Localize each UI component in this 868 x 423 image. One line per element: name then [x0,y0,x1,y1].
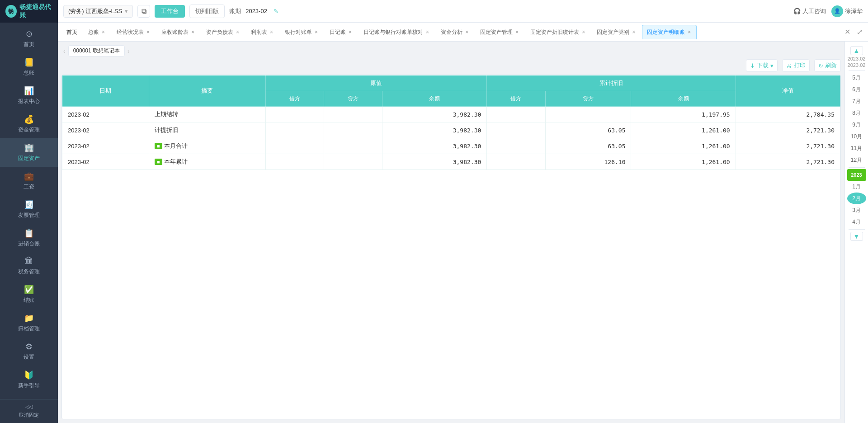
tab-business-status[interactable]: 经营状况表 × [112,25,156,39]
sidebar-item-archive[interactable]: 📁 归档管理 [0,309,58,337]
close-tabs-button[interactable]: ✕ [843,27,852,37]
oldver-button[interactable]: 切到旧版 [189,5,225,18]
period-month-9[interactable]: 9月 [847,119,866,131]
sidebar-item-fund-management[interactable]: 💰 资金管理 [0,110,58,138]
workbench-button[interactable]: 工作台 [155,5,185,18]
period-month-2-active[interactable]: 2月 [847,193,866,204]
sidebar-item-settlement[interactable]: ✅ 结账 [0,280,58,309]
tab-close-icon[interactable]: × [514,28,519,36]
tab-bank-reconcile[interactable]: 日记账与银行对账单核对 × [359,25,435,39]
period-up-button[interactable]: ▲ [850,46,863,55]
summary-cell: ■本年累计 [149,154,265,170]
period-year-marker: 2023 [847,169,866,181]
settlement-icon: ✅ [24,285,34,295]
tab-close-icon[interactable]: × [631,28,636,36]
period-month-8[interactable]: 8月 [847,107,866,119]
sidebar-item-membership[interactable]: V 畅会员 [0,394,58,399]
tab-close-icon[interactable]: × [348,28,353,36]
period-month-10[interactable]: 10月 [847,131,866,142]
tab-label: 银行对账单 [285,28,312,36]
period-month-5[interactable]: 5月 [847,72,866,84]
net-value-cell: 2,721.30 [736,154,840,170]
period-month-12[interactable]: 12月 [847,154,866,166]
topbar-right: 🎧 人工咨询 👤 徐泽华 [793,5,863,17]
tab-asset-detail[interactable]: 固定资产明细账 × [642,25,697,39]
sidebar-item-home[interactable]: ⊙ 首页 [0,24,58,53]
dep-credit-cell: 63.05 [545,138,631,154]
tab-bank-voucher[interactable]: 银行对账单 × [280,25,324,39]
tab-close-icon[interactable]: × [464,28,469,36]
dropdown-icon: ▾ [770,62,774,69]
settings-icon: ⚙ [25,342,33,352]
tab-journal[interactable]: 日记账 × [325,25,358,39]
tab-depreciation-stats[interactable]: 固定资产折旧统计表 × [525,25,591,39]
sidebar-item-settings[interactable]: ⚙ 设置 [0,337,58,366]
orig-credit-cell [324,138,382,154]
net-value-cell: 2,784.35 [736,107,840,122]
tab-label: 固定资产明细账 [647,28,685,36]
period-month-7[interactable]: 7月 [847,95,866,107]
period-down-button[interactable]: ▼ [850,232,863,241]
dep-balance-cell: 1,261.00 [631,154,736,170]
tab-profit[interactable]: 利润表 × [246,25,279,39]
sidebar-item-label: 固定资产 [18,155,40,162]
sidebar-item-guide[interactable]: 🔰 新手引导 [0,366,58,394]
tab-asset-category[interactable]: 固定资产类别 × [592,25,641,39]
breadcrumb-forward[interactable]: › [127,47,130,55]
page-content: ‹ 000001 联想笔记本 › ⬇ 下载 ▾ 🖨 打印 [58,42,844,423]
sidebar-item-invoice[interactable]: 🧾 发票管理 [0,195,58,224]
sidebar-item-payroll[interactable]: 💼 工资 [0,167,58,195]
period-value: 2023-02 [245,8,267,14]
tab-close-icon[interactable]: × [581,28,586,36]
app-name: 畅捷通易代账 [19,3,53,19]
sidebar-item-fixed-assets[interactable]: 🏢 固定资产 [0,138,58,167]
sidebar-item-tax[interactable]: 🏛 税务管理 [0,252,58,280]
download-label: 下载 [757,61,769,70]
archive-icon: 📁 [24,313,34,323]
human-service-btn[interactable]: 🎧 人工咨询 [793,7,826,15]
unpin-sidebar[interactable]: ◁◁ 取消固定 [0,399,58,423]
print-button[interactable]: 🖨 打印 [782,59,810,72]
tab-balance-sheet[interactable]: 资产负债表 × [201,25,245,39]
human-service-label: 人工咨询 [802,7,826,15]
tab-close-icon[interactable]: × [146,28,151,36]
tab-close-icon[interactable]: × [269,28,274,36]
tab-receivables[interactable]: 应收账龄表 × [156,25,200,39]
tab-close-icon[interactable]: × [190,28,195,36]
sidebar-item-sales-ledger[interactable]: 📋 进销台账 [0,224,58,252]
tab-close-icon[interactable]: × [314,28,319,36]
sidebar-item-report-center[interactable]: 📊 报表中心 [0,81,58,110]
sidebar-item-label: 发票管理 [18,212,40,219]
period-month-1[interactable]: 1月 [847,181,866,193]
refresh-button[interactable]: ↻ 刷新 [814,59,841,72]
user-profile[interactable]: 👤 徐泽华 [831,5,863,17]
period-month-11[interactable]: 11月 [847,142,866,154]
tab-close-icon[interactable]: × [425,28,430,36]
net-value-cell: 2,721.30 [736,122,840,138]
period-month-6[interactable]: 6月 [847,84,866,95]
period-edit-icon[interactable]: ✎ [274,8,278,14]
tab-fund-analysis[interactable]: 资金分析 × [436,25,474,39]
maximize-button[interactable]: ⤢ [855,27,864,37]
date-cell: 2023-02 [62,122,149,138]
period-month-4[interactable]: 4月 [847,216,866,228]
company-selector[interactable]: (劳务) 江西服垒-LSS ▾ [63,5,133,18]
tab-general-ledger[interactable]: 总账 × [83,25,111,39]
tabbar: 首页 总账 × 经营状况表 × 应收账龄表 × 资产负债表 × 利润表 × 银行… [58,23,868,42]
tab-close-icon[interactable]: × [101,28,106,36]
orig-debit-cell [265,154,324,170]
orig-debit-cell [265,138,324,154]
tab-close-icon[interactable]: × [687,28,692,36]
sidebar-item-general-ledger[interactable]: 📒 总账 [0,53,58,81]
breadcrumb-item[interactable]: 000001 联想笔记本 [68,45,125,56]
breadcrumb-back[interactable]: ‹ [63,47,66,55]
download-button[interactable]: ⬇ 下载 ▾ [746,59,778,72]
tabbar-actions: ✕ ⤢ [843,27,864,37]
tab-label: 日记账与银行对账单核对 [363,28,423,36]
tab-close-icon[interactable]: × [235,28,240,36]
copy-button[interactable]: ⧉ [137,5,150,18]
col-summary: 摘要 [149,75,265,107]
tab-asset-management[interactable]: 固定资产管理 × [475,25,524,39]
period-month-3[interactable]: 3月 [847,204,866,216]
tab-home[interactable]: 首页 [61,25,82,39]
